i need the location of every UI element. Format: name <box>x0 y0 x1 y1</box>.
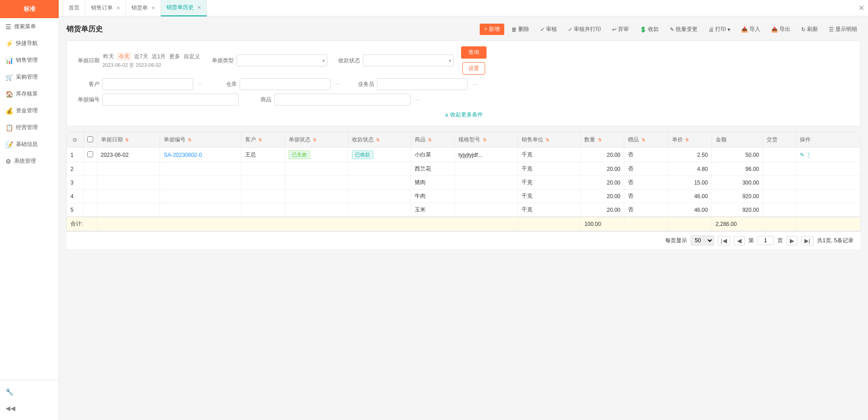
close-all-tabs[interactable]: ✕ <box>858 4 864 12</box>
cell-gift: 否 <box>624 190 668 203</box>
salesperson-ellipsis[interactable]: ··· <box>471 81 479 87</box>
shortcut-1month[interactable]: 近1月 <box>151 53 167 60</box>
goods-ellipsis[interactable]: ··· <box>413 96 421 103</box>
tab-sales-history-close[interactable]: ✕ <box>197 5 201 10</box>
tab-home[interactable]: 首页 <box>63 0 85 16</box>
sort-price-icon: ⇅ <box>685 137 689 142</box>
sidebar-item-finance[interactable]: 💰 资金管理 <box>0 102 59 119</box>
next-page-btn[interactable]: ▶ <box>787 236 798 245</box>
tab-sales-history[interactable]: 销货单历史 ✕ <box>161 0 207 16</box>
footer-empty-2 <box>517 217 581 231</box>
query-button[interactable]: 查询 <box>461 46 487 59</box>
sidebar-item-inventory[interactable]: 🏠 库存核算 <box>0 85 59 102</box>
cell-doc-date <box>97 162 160 176</box>
delete-button[interactable]: 🗑 删除 <box>508 24 533 35</box>
more-action[interactable]: ⋮ <box>806 152 812 158</box>
table-body: 12023-06-02SA-20230602-0王总已生效已收款小白菜tyjyj… <box>67 148 860 217</box>
sidebar-item-search-menu[interactable]: ☰ 搜索菜单 <box>0 18 59 35</box>
import-label: 导入 <box>749 25 760 33</box>
sidebar-item-label: 搜索菜单 <box>14 23 36 30</box>
tab-sales-goods-close[interactable]: ✕ <box>151 5 155 10</box>
cell-checkbox <box>83 162 97 176</box>
goods-input[interactable] <box>274 94 411 105</box>
export-button[interactable]: 📤 导出 <box>768 24 794 35</box>
sidebar-item-operations[interactable]: 📋 经营管理 <box>0 119 59 136</box>
cell-doc-status <box>285 176 348 190</box>
batch-change-button[interactable]: ✎ 批量变更 <box>666 24 701 35</box>
cell-goods: 玉米 <box>411 203 455 217</box>
print-button[interactable]: 🖨 打印 ▾ <box>705 24 734 35</box>
sidebar-item-sales-mgmt[interactable]: 📊 销售管理 <box>0 52 59 69</box>
audit-button[interactable]: ✓ 审核 <box>537 24 561 35</box>
doc-number-input[interactable] <box>102 94 239 105</box>
th-gift[interactable]: 赠品 ⇅ <box>624 132 668 148</box>
sidebar-bottom-settings[interactable]: 🔧 <box>0 384 59 400</box>
cell-unit: 千克 <box>517 148 581 162</box>
warehouse-ellipsis[interactable]: ··· <box>333 81 341 87</box>
edit-action[interactable]: ✎ <box>800 152 804 158</box>
payment-status-select[interactable] <box>363 55 454 66</box>
collect-icon: 💲 <box>640 26 647 33</box>
cell-unit: 千克 <box>517 203 581 217</box>
th-customer[interactable]: 客户 ⇅ <box>241 132 285 148</box>
th-spec[interactable]: 规格型号 ⇅ <box>455 132 518 148</box>
add-button[interactable]: + 新增 <box>480 24 504 35</box>
refresh-button[interactable]: ↻ 刷新 <box>798 24 822 35</box>
cell-spec <box>455 190 518 203</box>
warehouse-input[interactable] <box>240 78 331 90</box>
shortcut-custom[interactable]: 自定义 <box>183 53 201 60</box>
print-icon: 🖨 <box>708 26 714 33</box>
th-doc-status[interactable]: 单据状态 ⇅ <box>285 132 348 148</box>
audit-print-button[interactable]: ✓ 审核并打印 <box>564 24 605 35</box>
search-row-2: 客户 ··· 仓库 ··· 业务员 ··· <box>74 78 853 90</box>
page-number-input[interactable] <box>758 236 774 245</box>
sidebar-item-quick-nav[interactable]: ⚡ 快捷导航 <box>0 35 59 52</box>
shortcut-today[interactable]: 今天 <box>117 52 131 61</box>
sidebar-item-label: 资金管理 <box>16 107 38 115</box>
cell-transaction <box>763 148 796 162</box>
cell-doc-number <box>160 190 241 203</box>
per-page-select[interactable]: 50 100 200 <box>691 235 714 245</box>
sidebar-item-purchase-mgmt[interactable]: 🛒 采购管理 <box>0 69 59 85</box>
collapse-more-conditions[interactable]: ∧ 收起更多条件 <box>74 109 853 120</box>
sidebar-item-basic-info[interactable]: 📝 基础信息 <box>0 136 59 153</box>
th-price-label: 单价 <box>672 136 683 143</box>
sidebar-item-system-mgmt[interactable]: ⚙ 系统管理 <box>0 153 59 170</box>
table-row: 5玉米千克20.00否46.00920.00 <box>67 203 860 217</box>
tab-sales-goods[interactable]: 销货单 ✕ <box>126 0 161 16</box>
total-info: 共1页, 5条记录 <box>817 237 853 245</box>
import-button[interactable]: 📥 导入 <box>738 24 764 35</box>
last-page-btn[interactable]: ▶| <box>801 236 813 245</box>
customer-ellipsis[interactable]: ··· <box>196 81 204 87</box>
row-checkbox[interactable] <box>87 151 93 157</box>
settings-button[interactable]: 设置 <box>462 62 485 75</box>
abandon-button[interactable]: ↩ 弃审 <box>608 24 632 35</box>
doc-type-label: 单据类型 <box>208 57 234 65</box>
prev-page-btn[interactable]: ◀ <box>734 236 745 245</box>
sidebar-collapse-btn[interactable]: ◀◀ <box>0 400 59 416</box>
tab-sales-order[interactable]: 销售订单 ✕ <box>85 0 126 16</box>
th-payment-status[interactable]: 收款状态 ⇅ <box>348 132 411 148</box>
doc-number-link[interactable]: SA-20230602-0 <box>164 152 202 158</box>
doc-type-select[interactable] <box>236 55 327 66</box>
page-title: 销货单历史 <box>66 25 103 34</box>
th-doc-number[interactable]: 单据编号 ⇅ <box>160 132 241 148</box>
th-goods[interactable]: 商品 ⇅ <box>411 132 455 148</box>
th-qty[interactable]: 数量 ⇅ <box>581 132 624 148</box>
tab-sales-order-close[interactable]: ✕ <box>116 5 120 10</box>
select-all-checkbox[interactable] <box>87 136 93 142</box>
show-detail-button[interactable]: ☰ 显示明细 <box>825 24 861 35</box>
th-price[interactable]: 单价 ⇅ <box>668 132 712 148</box>
table-settings-icon[interactable]: ⚙ <box>72 137 77 143</box>
cell-doc-number: SA-20230602-0 <box>160 148 241 162</box>
th-unit[interactable]: 销售单位 ⇅ <box>517 132 581 148</box>
shortcut-yesterday[interactable]: 昨天 <box>102 53 115 60</box>
th-gear[interactable]: ⚙ <box>67 132 83 148</box>
shortcut-7days[interactable]: 近7天 <box>133 53 149 60</box>
first-page-btn[interactable]: |◀ <box>717 236 730 245</box>
shortcut-more[interactable]: 更多 <box>168 53 181 60</box>
customer-input[interactable] <box>102 78 193 90</box>
salesperson-input[interactable] <box>377 78 468 90</box>
collect-button[interactable]: 💲 收款 <box>636 24 662 35</box>
th-doc-date[interactable]: 单据日期 ⇅ <box>97 132 160 148</box>
